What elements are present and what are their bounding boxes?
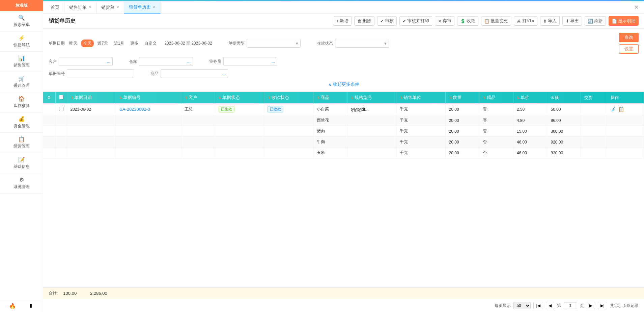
first-page-button[interactable]: |◀ [533, 302, 543, 309]
batch-change-button[interactable]: 📋 批量变更 [481, 16, 511, 26]
col-price[interactable]: ⇅ 单价 [513, 92, 547, 104]
doc-no-link[interactable]: SA-20230602-0 [119, 107, 150, 112]
export-button[interactable]: ⬇ 导出 [562, 16, 582, 26]
goods-ellipsis[interactable]: ... [222, 71, 226, 76]
date-btn-yesterday[interactable]: 昨天 [67, 40, 80, 47]
audit-print-button[interactable]: ✔ 审核并打印 [399, 16, 432, 26]
date-btn-7days[interactable]: 近7天 [95, 40, 110, 47]
abandon-button[interactable]: ✕ 弃审 [435, 16, 454, 26]
tab-sales-goods[interactable]: 销货单 ✕ [96, 1, 124, 14]
doc-no-input[interactable] [67, 69, 134, 78]
cell-customer-4 [181, 148, 215, 158]
doc-type-filter: 单据类型 ▾ [228, 39, 301, 48]
col-unit[interactable]: ⇅ 销售单位 [396, 92, 445, 104]
print-button[interactable]: 🖨 打印 ▾ [514, 16, 537, 26]
collect-status-dropdown-icon: ▾ [384, 41, 387, 46]
sidebar-item-label-quick-nav: 快捷导航 [13, 42, 30, 48]
salesperson-input[interactable]: ... [223, 57, 277, 66]
select-all-checkbox[interactable] [59, 95, 63, 99]
col-gift[interactable]: ⇅ 赠品 [479, 92, 513, 104]
collect-status-filter: 收款状态 ▾ [317, 39, 389, 48]
table-footer: 合计: 100.00 2,286.00 [43, 287, 644, 299]
col-collect-status[interactable]: ⇅ 收款状态 [264, 92, 313, 104]
sidebar-item-search-menu[interactable]: 🔍 搜索菜单 [0, 11, 43, 31]
tab-sales-history-close[interactable]: ✕ [153, 5, 156, 9]
sales-icon: 📊 [18, 55, 25, 61]
collect-button[interactable]: 💲 收款 [457, 16, 478, 26]
collect-status-select[interactable]: ▾ [335, 39, 389, 48]
cell-amount-0: 50.00 [547, 104, 581, 115]
prev-page-button[interactable]: ◀ [546, 302, 554, 309]
cell-date-0: 2023-06-02 [67, 104, 116, 115]
col-date[interactable]: ⇅ 单据日期 [67, 92, 116, 104]
batch-change-label: 批量变更 [491, 18, 508, 24]
warehouse-ellipsis[interactable]: ... [187, 59, 191, 64]
refresh-button[interactable]: 🔄 刷新 [585, 16, 606, 26]
col-customer[interactable]: ⇅ 客户 [181, 92, 215, 104]
search-menu-icon: 🔍 [18, 15, 25, 21]
date-btn-more[interactable]: 更多 [128, 40, 141, 47]
toolbar: + 新增 🗑 删除 ✔ 审核 ✔ 审核并打印 ✕ 弃审 [333, 16, 639, 26]
show-details-button[interactable]: 📄 显示明细 [609, 16, 639, 26]
date-btn-custom[interactable]: 自定义 [142, 40, 159, 47]
add-button[interactable]: + 新增 [333, 16, 352, 26]
sidebar-item-sales[interactable]: 📊 销售管理 [0, 52, 43, 72]
next-page-button[interactable]: ▶ [587, 302, 595, 309]
customer-input[interactable]: ... [59, 57, 113, 66]
col-doc-no[interactable]: ⇅ 单据编号 [116, 92, 181, 104]
cell-price-3: 46.00 [513, 137, 547, 148]
tab-sales-goods-close[interactable]: ✕ [116, 5, 119, 9]
salesperson-ellipsis[interactable]: ... [272, 59, 275, 64]
per-page-select[interactable]: 50 10 20 100 [513, 302, 531, 309]
refresh-label: 刷新 [594, 18, 603, 24]
page-number-input[interactable] [564, 302, 577, 309]
settings-button[interactable]: 设置 [619, 44, 639, 54]
sidebar-item-inventory[interactable]: 🏠 库存核算 [0, 92, 43, 112]
col-spec[interactable]: ⇅ 规格型号 [347, 92, 396, 104]
filter-actions: 查询 设置 [619, 33, 639, 54]
doc-type-select[interactable]: ▾ [247, 39, 301, 48]
customer-ellipsis[interactable]: ... [107, 59, 110, 64]
sidebar-item-sys-mgmt[interactable]: ⚙ 系统管理 [0, 173, 43, 193]
audit-button[interactable]: ✔ 审核 [377, 16, 397, 26]
sidebar-item-basic-info[interactable]: 📝 基础信息 [0, 153, 43, 173]
sidebar-item-purchase[interactable]: 🛒 采购管理 [0, 72, 43, 92]
row-checkbox[interactable] [59, 107, 63, 111]
tab-sales-order-close[interactable]: ✕ [89, 5, 91, 9]
abandon-label: 弃审 [443, 18, 451, 24]
collapse-button[interactable]: ∧ 收起更多条件 [328, 81, 359, 87]
cell-amount-3: 920.00 [547, 137, 581, 148]
date-btn-1month[interactable]: 近1月 [112, 40, 127, 47]
table-row: 猪肉 千克 20.00 否 15.00 300.00 [43, 126, 644, 137]
cell-actions-1 [607, 115, 644, 126]
query-button[interactable]: 查询 [619, 33, 639, 42]
copy-icon[interactable]: 📋 [618, 107, 624, 112]
col-goods[interactable]: ⇅ 商品 [313, 92, 347, 104]
cell-trade-1 [581, 115, 607, 126]
tab-home[interactable]: 首页 [46, 1, 64, 14]
warehouse-input[interactable]: ... [139, 57, 193, 66]
col-setting[interactable]: ⚙ [43, 92, 55, 104]
delete-button[interactable]: 🗑 删除 [354, 16, 374, 26]
audit-icon: ✔ [380, 19, 384, 24]
col-qty[interactable]: ⇅ 数量 [445, 92, 479, 104]
fire-icon[interactable]: 🔥 [9, 303, 16, 309]
goods-input[interactable]: ... [161, 69, 228, 78]
pause-icon[interactable]: ⏸ [28, 303, 34, 309]
refresh-icon: 🔄 [588, 19, 593, 24]
cell-date-4 [67, 148, 116, 158]
edit-icon[interactable]: 🖊 [611, 107, 616, 112]
sidebar-item-quick-nav[interactable]: ⚡ 快捷导航 [0, 31, 43, 52]
cell-spec-2 [347, 126, 396, 137]
cell-unit-3: 千克 [396, 137, 445, 148]
cell-goods-4: 玉米 [313, 148, 347, 158]
import-button[interactable]: ⬆ 导入 [540, 16, 560, 26]
tab-sales-history[interactable]: 销货单历史 ✕ [124, 1, 161, 14]
sidebar-item-finance[interactable]: 💰 资金管理 [0, 112, 43, 133]
window-close-button[interactable]: ✕ [632, 3, 641, 12]
tab-sales-order[interactable]: 销售订单 ✕ [64, 1, 96, 14]
col-doc-status[interactable]: ⇅ 单据状态 [215, 92, 264, 104]
sidebar-item-operations[interactable]: 📋 经营管理 [0, 133, 43, 153]
last-page-button[interactable]: ▶| [598, 302, 607, 309]
date-btn-today[interactable]: 今天 [81, 40, 94, 47]
